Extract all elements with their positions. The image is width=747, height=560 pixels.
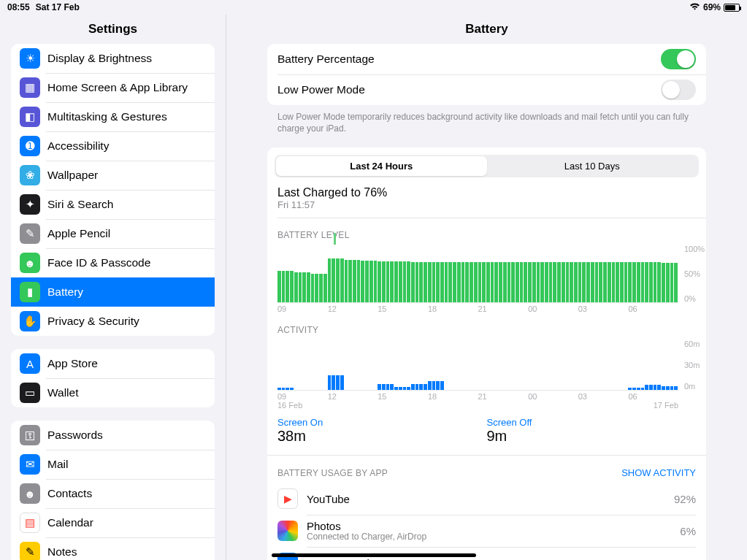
screen-on-label: Screen On [277, 417, 487, 428]
battery-percentage-toggle[interactable] [661, 49, 696, 69]
sidebar-item-wallet[interactable]: ▭Wallet [11, 378, 215, 407]
sidebar-item-label: Battery [47, 285, 83, 299]
sidebar-item-calendar[interactable]: ▤Calendar [11, 508, 215, 537]
app-store-icon: A [20, 353, 40, 374]
sidebar-item-label: Accessibility [47, 139, 109, 153]
sidebar-item-label: App Store [47, 357, 98, 370]
app-icon: ▶ [277, 488, 298, 509]
seg-last-10d[interactable]: Last 10 Days [487, 156, 698, 176]
sidebar-item-label: Passwords [47, 429, 103, 442]
contacts-icon: ☻ [20, 483, 40, 504]
multitasking-icon: ◧ [20, 107, 40, 127]
sidebar-item-multitasking[interactable]: ◧Multitasking & Gestures [11, 102, 215, 131]
sidebar-item-label: Calendar [47, 516, 93, 529]
low-power-footnote: Low Power Mode temporarily reduces backg… [267, 105, 706, 134]
sidebar-item-apple-pencil[interactable]: ✎Apple Pencil [11, 219, 215, 248]
screen-on-value: 38m [277, 428, 487, 445]
sidebar-item-label: Multitasking & Gestures [47, 110, 167, 123]
sidebar-item-label: Wallet [47, 386, 79, 399]
usage-by-app-label: Battery Usage by App [277, 468, 388, 478]
sidebar-item-face-id[interactable]: ☻Face ID & Passcode [11, 248, 215, 277]
app-usage-row[interactable]: ▶YouTube92% [267, 483, 706, 515]
low-power-mode-toggle[interactable] [661, 80, 696, 100]
sidebar-item-notes[interactable]: ✎Notes [11, 537, 215, 560]
sidebar-item-label: Face ID & Passcode [47, 256, 150, 269]
toggles-card: Battery Percentage Low Power Mode [267, 44, 706, 105]
sidebar-item-label: Mail [47, 458, 68, 471]
sidebar-item-label: Apple Pencil [47, 227, 110, 240]
calendar-icon: ▤ [20, 513, 40, 533]
sidebar-item-label: Contacts [47, 487, 92, 500]
screen-off-stat: Screen Off 9m [487, 417, 697, 445]
screen-off-label: Screen Off [487, 417, 697, 428]
time-range-segmented[interactable]: Last 24 Hours Last 10 Days [275, 155, 699, 177]
sidebar-item-app-store[interactable]: AApp Store [11, 349, 215, 378]
display-brightness-icon: ☀ [20, 48, 40, 69]
home-screen-icon: ▦ [20, 77, 40, 98]
main-scroll[interactable]: Battery Percentage Low Power Mode Low Po… [226, 44, 747, 560]
wallet-icon: ▭ [20, 383, 40, 403]
app-percentage: 92% [674, 493, 696, 505]
page-title: Battery [226, 15, 747, 44]
siri-search-icon: ✦ [20, 194, 40, 215]
sidebar-item-label: Home Screen & App Library [47, 81, 188, 94]
notes-icon: ✎ [20, 542, 40, 560]
apple-pencil-icon: ✎ [20, 223, 40, 244]
screen-on-stat: Screen On 38m [277, 417, 487, 445]
sidebar-item-label: Privacy & Security [47, 315, 139, 328]
app-icon [277, 521, 298, 541]
sidebar-item-battery[interactable]: ▮Battery [11, 277, 215, 307]
low-power-mode-row[interactable]: Low Power Mode [267, 74, 706, 105]
sidebar-title: Settings [0, 15, 226, 44]
home-indicator[interactable] [272, 553, 476, 557]
app-percentage: 6% [680, 525, 696, 537]
sidebar-item-display-brightness[interactable]: ☀Display & Brightness [11, 44, 215, 73]
app-name: Home & Lock Screen [307, 557, 410, 560]
face-id-icon: ☻ [20, 253, 40, 273]
app-name: Photos [307, 520, 426, 532]
app-usage-row[interactable]: PhotosConnected to Charger, AirDrop6% [267, 515, 706, 547]
sidebar-item-label: Display & Brightness [47, 52, 152, 65]
accessibility-icon: ➊ [20, 136, 40, 156]
sidebar-item-siri-search[interactable]: ✦Siri & Search [11, 190, 215, 219]
battery-details-card: Last 24 Hours Last 10 Days Last Charged … [267, 147, 706, 560]
sidebar-item-label: Notes [47, 545, 77, 559]
sidebar-item-passwords[interactable]: ⚿Passwords [11, 421, 215, 450]
sidebar-item-home-screen[interactable]: ▦Home Screen & App Library [11, 73, 215, 102]
battery-percentage-label: Battery Percentage [277, 53, 375, 66]
sidebar-item-contacts[interactable]: ☻Contacts [11, 479, 215, 508]
sidebar-scroll[interactable]: ☀Display & Brightness▦Home Screen & App … [0, 44, 226, 560]
sidebar-item-accessibility[interactable]: ➊Accessibility [11, 131, 215, 161]
battery-pane: Battery Battery Percentage Low Power Mod… [226, 15, 747, 560]
battery-icon: ▮ [20, 282, 40, 302]
app-name: YouTube [307, 493, 350, 505]
show-activity-button[interactable]: SHOW ACTIVITY [621, 467, 696, 478]
screen-off-value: 9m [487, 428, 697, 445]
app-percentage: 1% [680, 557, 696, 560]
last-charged-headline: Last Charged to 76% [277, 186, 696, 199]
sidebar-item-mail[interactable]: ✉Mail [11, 450, 215, 479]
battery-percentage-row[interactable]: Battery Percentage [267, 44, 706, 74]
sidebar-item-label: Siri & Search [47, 198, 113, 211]
sidebar-item-label: Wallpaper [47, 169, 98, 182]
app-subtitle: Connected to Charger, AirDrop [307, 532, 426, 542]
settings-sidebar: Settings ☀Display & Brightness▦Home Scre… [0, 15, 226, 560]
wallpaper-icon: ❀ [20, 165, 40, 185]
low-power-mode-label: Low Power Mode [277, 83, 365, 96]
sidebar-item-privacy[interactable]: ✋Privacy & Security [11, 307, 215, 336]
sidebar-item-wallpaper[interactable]: ❀Wallpaper [11, 161, 215, 190]
passwords-icon: ⚿ [20, 425, 40, 445]
mail-icon: ✉ [20, 454, 40, 475]
seg-last-24h[interactable]: Last 24 Hours [276, 156, 487, 176]
last-charged-sub: Fri 11:57 [277, 199, 696, 210]
activity-label: Activity [267, 313, 706, 340]
battery-level-chart: 100%50%0% [267, 245, 706, 303]
privacy-icon: ✋ [20, 311, 40, 331]
activity-chart: 60m30m0m [267, 340, 706, 391]
